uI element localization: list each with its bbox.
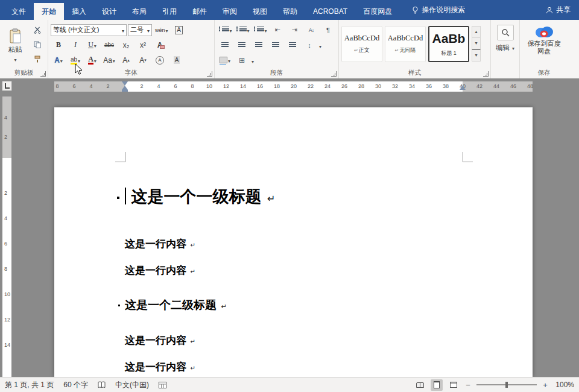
multilevel-list-button[interactable]: [252, 24, 268, 37]
zoom-out-button[interactable]: −: [464, 381, 472, 390]
horizontal-ruler[interactable]: 8642 24681012141618202224262830323436384…: [54, 81, 533, 92]
vertical-ruler[interactable]: 42 2468101214: [2, 96, 11, 377]
chevron-down-icon: [511, 44, 514, 51]
save-to-baidu-button[interactable]: 保存到百度网盘: [522, 22, 566, 55]
style-gallery-down-button[interactable]: ▾: [472, 37, 481, 49]
left-indent-marker[interactable]: [122, 90, 128, 92]
zoom-percentage[interactable]: 100%: [554, 381, 574, 389]
font-size-select[interactable]: 二号: [128, 24, 152, 36]
underline-button[interactable]: U: [84, 39, 100, 52]
tab-review[interactable]: 审阅: [215, 3, 245, 20]
hanging-indent-marker[interactable]: [122, 86, 128, 90]
right-indent-marker[interactable]: [460, 86, 466, 90]
copy-button[interactable]: [30, 38, 45, 51]
input-mode-button[interactable]: [159, 382, 166, 388]
paragraph-text[interactable]: 这是一行内容: [125, 238, 186, 250]
text-effects-button[interactable]: A: [51, 54, 66, 67]
paragraph-text[interactable]: 这是一行内容: [125, 265, 186, 276]
paragraph-text[interactable]: 这是一行内容: [125, 335, 186, 346]
strikethrough-button[interactable]: abc: [101, 39, 117, 52]
editing-menu-button[interactable]: 编辑: [496, 43, 514, 52]
font-dialog-launcher[interactable]: [207, 71, 212, 77]
content-line[interactable]: 这是一行内容 ↵: [125, 264, 466, 279]
first-line-indent-marker[interactable]: [122, 81, 128, 86]
cut-button[interactable]: [30, 24, 45, 37]
style-no-spacing[interactable]: AaBbCcDd ↵无间隔: [385, 26, 426, 62]
content-line[interactable]: 这是一行内容 ↵: [125, 237, 466, 253]
tab-view[interactable]: 视图: [245, 3, 275, 20]
shrink-font-button[interactable]: A: [135, 54, 151, 67]
tab-design[interactable]: 设计: [94, 3, 124, 20]
zoom-in-button[interactable]: +: [542, 381, 549, 390]
align-right-button[interactable]: [251, 39, 267, 52]
font-color-button[interactable]: A: [84, 54, 100, 67]
tab-file[interactable]: 文件: [4, 3, 34, 20]
heading1-paragraph[interactable]: 这是一个一级标题 ↵: [125, 185, 466, 210]
justify-button[interactable]: [268, 39, 283, 52]
share-button[interactable]: 共享: [546, 5, 571, 15]
tell-me-search[interactable]: 操作说明搜索: [412, 5, 465, 15]
sort-button[interactable]: [303, 24, 319, 37]
style-normal[interactable]: AaBbCcDd ↵正文: [341, 26, 382, 62]
numbering-button[interactable]: [235, 24, 251, 37]
bold-button[interactable]: B: [51, 39, 66, 52]
show-formatting-marks-button[interactable]: [320, 24, 336, 37]
shading-button[interactable]: [217, 54, 233, 67]
tab-insert[interactable]: 插入: [64, 3, 94, 20]
read-mode-icon: [416, 382, 424, 388]
word-count[interactable]: 60 个字: [63, 380, 88, 390]
styles-dialog-launcher[interactable]: [483, 71, 489, 77]
tab-acrobat[interactable]: ACROBAT: [305, 3, 355, 20]
font-name-select[interactable]: 等线 (中文正文): [51, 24, 127, 36]
clipboard-dialog-launcher[interactable]: [40, 71, 46, 77]
increase-indent-button[interactable]: [286, 24, 302, 37]
heading2-paragraph[interactable]: 这是一个二级标题 ↵: [125, 297, 466, 314]
decrease-indent-button[interactable]: [270, 24, 285, 37]
tab-stop-selector[interactable]: [2, 81, 12, 91]
read-mode-button[interactable]: [414, 379, 426, 391]
distribute-button[interactable]: [285, 39, 300, 52]
style-heading1[interactable]: AaBb 标题 1: [428, 26, 469, 62]
style-gallery-up-button[interactable]: ▴: [472, 26, 481, 38]
content-line[interactable]: 这是一行内容 ↵: [125, 334, 466, 349]
italic-button[interactable]: I: [68, 39, 83, 52]
paragraph-text[interactable]: 这是一个二级标题: [125, 299, 217, 311]
paragraph-text[interactable]: 这是一个一级标题: [131, 188, 262, 206]
paragraph-text[interactable]: 这是一行内容: [125, 361, 186, 373]
line-spacing-button[interactable]: [302, 39, 317, 52]
character-border-button[interactable]: A: [171, 24, 187, 37]
tab-baidu-netdisk[interactable]: 百度网盘: [355, 3, 400, 20]
tab-layout[interactable]: 布局: [124, 3, 154, 20]
web-layout-button[interactable]: [448, 379, 460, 391]
borders-button[interactable]: [234, 54, 250, 67]
print-layout-button[interactable]: [431, 379, 443, 391]
clear-formatting-button[interactable]: A: [152, 39, 168, 52]
zoom-slider[interactable]: [476, 384, 537, 385]
document-page[interactable]: 这是一个一级标题 ↵ 这是一行内容 ↵ 这是一行内容 ↵ 这是一个二级标题 ↵: [54, 107, 533, 377]
phonetic-guide-button[interactable]: wén: [153, 24, 170, 37]
document-body[interactable]: 这是一个一级标题 ↵ 这是一行内容 ↵ 这是一行内容 ↵ 这是一个二级标题 ↵: [125, 162, 466, 376]
paste-button[interactable]: 粘贴: [2, 22, 28, 68]
find-button[interactable]: [497, 25, 514, 40]
grow-font-button[interactable]: A: [118, 54, 134, 67]
bullets-button[interactable]: [217, 24, 233, 37]
language-indicator[interactable]: 中文(中国): [115, 380, 149, 390]
zoom-slider-thumb[interactable]: [505, 382, 508, 388]
tab-home[interactable]: 开始: [34, 3, 64, 20]
proofing-status-button[interactable]: [98, 381, 106, 388]
align-center-button[interactable]: [234, 39, 250, 52]
align-left-button[interactable]: [217, 39, 233, 52]
tab-help[interactable]: 帮助: [275, 3, 305, 20]
tab-mailings[interactable]: 邮件: [185, 3, 215, 20]
format-painter-button[interactable]: [30, 52, 45, 66]
page-indicator[interactable]: 第 1 页, 共 1 页: [5, 380, 54, 390]
style-gallery-more-button[interactable]: ▾: [472, 49, 481, 62]
tab-references[interactable]: 引用: [154, 3, 185, 20]
superscript-button[interactable]: x²: [135, 39, 151, 52]
content-line[interactable]: 这是一行内容 ↵: [125, 360, 466, 376]
change-case-button[interactable]: Aa: [101, 54, 117, 67]
enclose-characters-button[interactable]: A: [152, 54, 168, 67]
character-shading-button[interactable]: A: [169, 54, 185, 67]
subscript-button[interactable]: x₂: [118, 39, 134, 52]
paragraph-dialog-launcher[interactable]: [331, 71, 337, 77]
